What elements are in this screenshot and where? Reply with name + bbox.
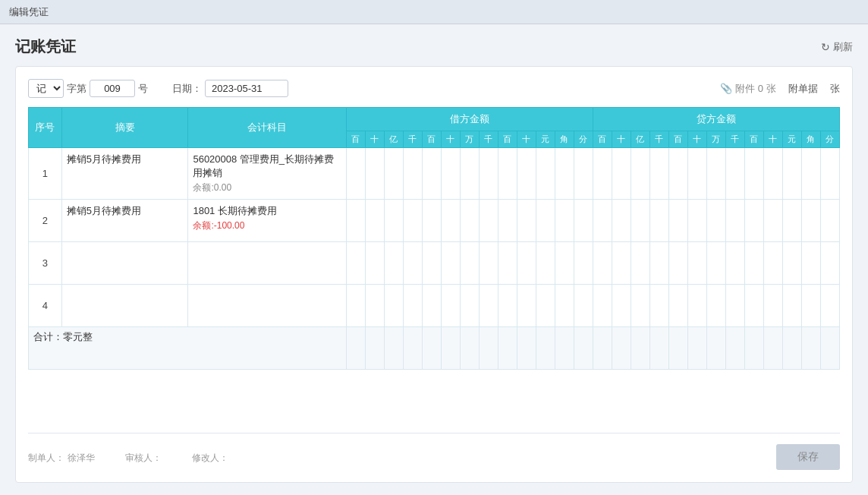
table-footer-row: 合计：零元整 <box>29 327 840 370</box>
creator-value: 徐泽华 <box>68 452 95 463</box>
ch-13: 分 <box>820 131 839 148</box>
attach-info: 📎 附件 0 张 <box>720 82 776 96</box>
row1-account-code: 56020008 管理费用_长期待摊费用摊销 <box>193 153 341 180</box>
row1-seq: 1 <box>29 148 62 200</box>
window-title: 编辑凭证 <box>9 5 49 19</box>
table-row: 1 摊销5月待摊费用 56020008 管理费用_长期待摊费用摊销 余额:0.0… <box>29 148 840 200</box>
th-credit: 贷方金额 <box>593 108 839 131</box>
ch-9: 百 <box>744 131 763 148</box>
dh-10: 十 <box>517 131 536 148</box>
reviewer-info: 审核人： <box>125 452 162 465</box>
dh-13: 分 <box>574 131 593 148</box>
ch-1: 百 <box>593 131 612 148</box>
dh-2: 十 <box>365 131 384 148</box>
ch-11: 元 <box>782 131 801 148</box>
row1-balance-label: 余额: <box>193 182 213 193</box>
row2-balance-value: -100.00 <box>214 220 245 231</box>
row2-balance: 余额:-100.00 <box>193 219 341 232</box>
row2-account-code: 1801 长期待摊费用 <box>193 204 341 218</box>
editor-info: 修改人： <box>192 452 228 465</box>
footer-total: 合计：零元整 <box>29 327 347 370</box>
voucher-table: 序号 摘要 会计科目 借方金额 贷方金额 百 十 亿 千 百 十 <box>28 107 840 370</box>
main-content: 记账凭证 ↻ 刷新 记 字第 号 日期： <box>0 24 868 495</box>
row3-account[interactable] <box>188 242 346 285</box>
save-button[interactable]: 保存 <box>776 444 840 470</box>
th-summary: 摘要 <box>61 108 188 148</box>
table-header-row-1: 序号 摘要 会计科目 借方金额 贷方金额 <box>29 108 840 131</box>
zi-di-label: 字第 <box>67 82 86 96</box>
editor-label: 修改人： <box>192 452 228 463</box>
date-input[interactable] <box>205 80 288 97</box>
dh-4: 千 <box>403 131 422 148</box>
meta-right: 📎 附件 0 张 附单据 张 <box>720 82 840 96</box>
ch-8: 千 <box>725 131 744 148</box>
refresh-label: 刷新 <box>833 40 853 54</box>
ch-4: 千 <box>649 131 668 148</box>
hao-label: 号 <box>138 82 148 96</box>
creator-info: 制单人： 徐泽华 <box>28 452 95 465</box>
zhang-label: 张 <box>830 82 840 96</box>
row2-account[interactable]: 1801 长期待摊费用 余额:-100.00 <box>188 200 346 242</box>
paperclip-icon: 📎 <box>720 83 732 94</box>
row4-summary[interactable] <box>61 285 188 327</box>
th-debit: 借方金额 <box>346 108 593 131</box>
row1-balance: 余额:0.00 <box>193 181 341 194</box>
bottom-bar: 制单人： 徐泽华 审核人： 修改人： 保存 <box>28 438 840 470</box>
dh-1: 百 <box>346 131 365 148</box>
row1-summary-text: 摊销5月待摊费用 <box>67 153 184 166</box>
row2-summary-text: 摊销5月待摊费用 <box>67 204 184 218</box>
row1-summary[interactable]: 摊销5月待摊费用 <box>61 148 188 200</box>
table-row: 2 摊销5月待摊费用 1801 长期待摊费用 余额:-100.00 <box>29 200 840 242</box>
row1-account[interactable]: 56020008 管理费用_长期待摊费用摊销 余额:0.00 <box>188 148 346 200</box>
ch-10: 十 <box>763 131 782 148</box>
voucher-meta: 记 字第 号 日期： 📎 附件 0 张 <box>28 79 840 98</box>
meta-bottom: 制单人： 徐泽华 审核人： 修改人： <box>28 452 228 465</box>
attach-label: 附件 <box>735 82 755 96</box>
dh-6: 十 <box>441 131 460 148</box>
dh-8: 千 <box>479 131 498 148</box>
ch-7: 万 <box>706 131 725 148</box>
row3-summary[interactable] <box>61 242 188 285</box>
type-group: 记 字第 号 <box>28 79 148 98</box>
dh-9: 百 <box>498 131 517 148</box>
dh-5: 百 <box>422 131 441 148</box>
dh-3: 亿 <box>384 131 403 148</box>
row4-seq: 4 <box>29 285 62 327</box>
row2-balance-label: 余额: <box>193 220 213 231</box>
row4-account[interactable] <box>188 285 346 327</box>
divider <box>28 433 840 434</box>
ch-5: 百 <box>668 131 687 148</box>
table-row: 4 <box>29 285 840 327</box>
ch-2: 十 <box>612 131 631 148</box>
attach-unit: 张 <box>766 82 776 96</box>
th-seq: 序号 <box>29 108 62 148</box>
ch-6: 十 <box>687 131 706 148</box>
page-title: 记账凭证 <box>15 36 76 57</box>
ch-3: 亿 <box>631 131 649 148</box>
date-group: 日期： <box>172 80 288 97</box>
window: 编辑凭证 记账凭证 ↻ 刷新 记 字第 号 日期： <box>0 0 868 495</box>
dh-12: 角 <box>555 131 574 148</box>
dh-7: 万 <box>460 131 479 148</box>
save-area: 保存 <box>776 444 840 470</box>
row3-seq: 3 <box>29 242 62 285</box>
refresh-icon: ↻ <box>821 41 830 53</box>
voucher-number-input[interactable] <box>90 80 135 97</box>
table-container: 序号 摘要 会计科目 借方金额 贷方金额 百 十 亿 千 百 十 <box>28 107 840 425</box>
attach-single-button[interactable]: 附单据 <box>788 82 818 96</box>
creator-label: 制单人： <box>28 452 64 463</box>
reviewer-label: 审核人： <box>125 452 162 463</box>
footer-value: 零元整 <box>63 331 93 342</box>
voucher-type-select[interactable]: 记 <box>28 79 64 98</box>
date-label: 日期： <box>172 82 202 96</box>
footer-label: 合计： <box>33 331 63 342</box>
dh-11: 元 <box>536 131 555 148</box>
voucher-card: 记 字第 号 日期： 📎 附件 0 张 <box>15 66 853 483</box>
page-header: 记账凭证 ↻ 刷新 <box>15 36 853 57</box>
table-row: 3 <box>29 242 840 285</box>
refresh-button[interactable]: ↻ 刷新 <box>821 40 853 54</box>
ch-12: 角 <box>801 131 820 148</box>
title-bar: 编辑凭证 <box>0 0 868 24</box>
row2-summary[interactable]: 摊销5月待摊费用 <box>61 200 188 242</box>
attach-count: 0 <box>758 83 763 94</box>
